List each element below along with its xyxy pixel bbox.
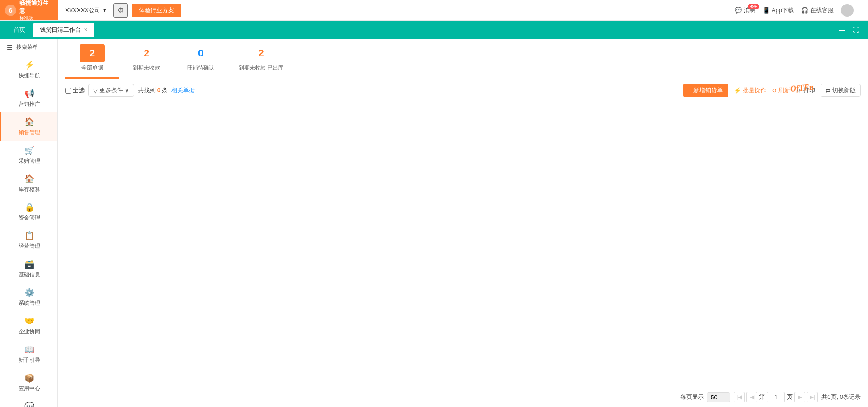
- out-of-stock-count: 2: [259, 47, 264, 59]
- filter-icon: ▽: [93, 87, 98, 94]
- top-header: 6 畅捷通好生意 标准版 XXXXXX公司 ▾ ⚙ 体验行业方案 💬 消息 99…: [0, 0, 868, 21]
- sidebar-item-marketing[interactable]: 📢 营销推广: [0, 84, 57, 112]
- page-unit: 页: [787, 393, 793, 401]
- pending-label: 旺辅待确认: [187, 64, 214, 72]
- checkbox-input[interactable]: [65, 88, 71, 94]
- pending-count: 0: [198, 47, 203, 59]
- related-link[interactable]: 相关单据: [171, 86, 195, 94]
- company-selector[interactable]: XXXXXX公司 ▾: [61, 5, 110, 16]
- all-count-wrapper: 2: [80, 44, 105, 62]
- inventory-icon: 🏠: [24, 174, 34, 184]
- sidebar-finance-label: 资金管理: [19, 214, 40, 222]
- switch-version-button[interactable]: ⇄ 切换新版: [821, 84, 861, 97]
- all-count: 2: [90, 47, 95, 59]
- logo-text: 畅捷通好生意 标准版: [19, 0, 53, 21]
- close-tab-icon[interactable]: ✕: [84, 27, 88, 33]
- support-icon: 🎧: [801, 7, 808, 14]
- out-of-stock-count-wrapper: 2: [249, 44, 274, 62]
- search-icon: ☰: [7, 44, 13, 51]
- sidebar-search-label: 搜索菜单: [16, 43, 38, 51]
- toolbar-right: + 新增销货单 ⚡ 批量操作 ↻ 刷新 🖨 打印 ⇄ 切换新版: [683, 84, 861, 97]
- select-all-label: 全选: [73, 86, 85, 94]
- stat-tab-all[interactable]: 2 全部单据: [65, 39, 119, 79]
- tab-workbench[interactable]: 钱货日清工作台 ✕: [33, 23, 94, 37]
- trial-button[interactable]: 体验行业方案: [132, 4, 181, 17]
- home-label: 首页: [14, 26, 25, 34]
- sidebar-item-finance[interactable]: 🔒 资金管理: [0, 198, 57, 226]
- tab-home[interactable]: 首页: [7, 23, 32, 37]
- batch-icon: ⚡: [734, 87, 741, 94]
- overdue-label: 到期未收款: [133, 64, 160, 72]
- batch-operation-button[interactable]: ⚡ 批量操作: [734, 86, 766, 94]
- found-text: 共找到 0 条: [138, 86, 168, 94]
- sidebar-basic-info-label: 基础信息: [19, 271, 40, 279]
- sales-icon: 🏠: [24, 117, 34, 127]
- main-layout: ☰ 搜索菜单 ⚡ 快捷导航 📢 营销推广 🏠 销售管理 🛒 采购管理 🏠 库存核…: [0, 39, 868, 407]
- page-input[interactable]: [767, 392, 785, 402]
- stat-tab-pending[interactable]: 0 旺辅待确认: [174, 39, 228, 79]
- stat-tab-overdue[interactable]: 2 到期未收款: [119, 39, 174, 79]
- last-page-button[interactable]: ▶|: [807, 392, 818, 402]
- sidebar-marketing-label: 营销推广: [19, 100, 40, 108]
- marketing-icon: 📢: [24, 89, 34, 98]
- all-label: 全部单据: [81, 64, 103, 72]
- online-support-button[interactable]: 🎧 在线客服: [801, 6, 834, 14]
- sidebar-item-apps[interactable]: 📦 应用中心: [0, 369, 57, 397]
- toolbar: 全选 ▽ 更多条件 ∨ 共找到 0 条 相关单据 + 新增销货单 ⚡ 批量操作: [58, 79, 868, 102]
- sidebar-item-basic-info[interactable]: 🗃️ 基础信息: [0, 255, 57, 283]
- company-name: XXXXXX公司: [65, 6, 100, 14]
- pagination-bar: 每页显示 50 100 200 |◀ ◀ 第 页 ▶ ▶| 共0页, 0条记: [58, 387, 868, 407]
- sidebar-item-system[interactable]: ⚙️ 系统管理: [0, 283, 57, 312]
- first-page-button[interactable]: |◀: [734, 392, 745, 402]
- sidebar-operations-label: 经营管理: [19, 243, 40, 250]
- next-page-button[interactable]: ▶: [794, 392, 805, 402]
- filter-button[interactable]: ▽ 更多条件 ∨: [88, 84, 134, 97]
- prev-page-button[interactable]: ◀: [746, 392, 757, 402]
- avatar[interactable]: [841, 4, 854, 17]
- refresh-icon: ↻: [772, 87, 777, 94]
- refresh-button[interactable]: ↻ 刷新: [772, 86, 790, 94]
- page-info: 共0页, 0条记录: [821, 393, 861, 401]
- stat-tab-out-of-stock[interactable]: 2 到期未收款 已出库: [228, 39, 294, 79]
- sidebar-item-inventory[interactable]: 🏠 库存核算: [0, 169, 57, 198]
- logo-icon: 6: [5, 4, 17, 17]
- maximize-icon[interactable]: ⛶: [851, 24, 861, 35]
- sidebar-item-enterprise[interactable]: 🤝 企业协同: [0, 312, 57, 340]
- add-sales-order-button[interactable]: + 新增销货单: [683, 84, 728, 97]
- found-count: 0: [157, 87, 160, 94]
- page-nav: |◀ ◀ 第 页 ▶ ▶|: [734, 392, 818, 402]
- message-button[interactable]: 💬 消息 99+: [735, 6, 755, 14]
- lightning-icon: ⚡: [24, 60, 34, 70]
- out-of-stock-label: 到期未收款 已出库: [239, 64, 283, 72]
- sidebar-item-search-menu[interactable]: ☰ 搜索菜单: [0, 39, 57, 56]
- select-all-checkbox[interactable]: 全选: [65, 86, 85, 94]
- sidebar-item-sales[interactable]: 🏠 销售管理: [0, 112, 57, 141]
- chevron-down-icon: ▾: [103, 7, 106, 14]
- settings-button[interactable]: ⚙: [113, 3, 128, 18]
- finance-icon: 🔒: [24, 202, 34, 212]
- operations-icon: 📋: [24, 231, 34, 241]
- sidebar-system-label: 系统管理: [19, 299, 40, 307]
- sidebar-item-operations[interactable]: 📋 经营管理: [0, 226, 57, 255]
- filter-label: 更多条件: [99, 86, 123, 94]
- sidebar-guide-label: 新手引导: [19, 356, 40, 364]
- sidebar-sales-label: 销售管理: [19, 129, 40, 136]
- per-page-label: 每页显示: [680, 393, 704, 401]
- sidebar-item-quick-nav[interactable]: ⚡ 快捷导航: [0, 56, 57, 84]
- message-badge: 99+: [748, 4, 759, 9]
- sidebar-item-purchase[interactable]: 🛒 采购管理: [0, 141, 57, 169]
- per-page: 每页显示 50 100 200: [680, 392, 730, 402]
- app-download-button[interactable]: 📱 App下载: [763, 6, 794, 14]
- per-page-wrapper: 50 100 200: [707, 392, 730, 402]
- sidebar-item-wechat[interactable]: 💬 企业微信: [0, 397, 57, 407]
- tab-actions: — ⛶: [837, 24, 861, 35]
- logo-area: 6 畅捷通好生意 标准版: [0, 0, 58, 20]
- per-page-select[interactable]: 50 100 200: [707, 392, 730, 402]
- header-right: 💬 消息 99+ 📱 App下载 🎧 在线客服: [735, 4, 861, 17]
- minimize-icon[interactable]: —: [837, 24, 847, 35]
- sidebar-purchase-label: 采购管理: [19, 157, 40, 165]
- switch-icon: ⇄: [826, 87, 830, 94]
- stats-tabs: 2 全部单据 2 到期未收款 0 旺辅待确认 2 到期未收款 已出: [58, 39, 868, 79]
- sidebar-enterprise-label: 企业协同: [19, 328, 40, 336]
- sidebar-item-guide[interactable]: 📖 新手引导: [0, 340, 57, 369]
